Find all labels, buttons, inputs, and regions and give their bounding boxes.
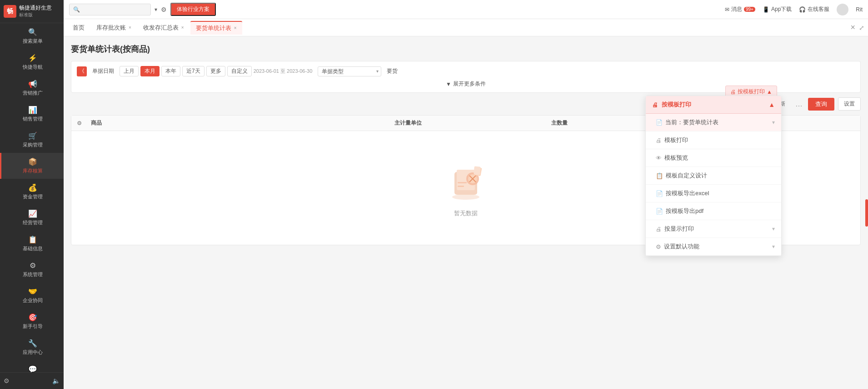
date-btn-7days[interactable]: 近7天 — [182, 66, 205, 76]
default-setting-icon: ⚙ — [656, 243, 661, 250]
sidebar-item-1[interactable]: ⚡快捷导航 — [0, 49, 64, 75]
print-item-display-print[interactable]: 🖨 按显示打印 ▾ — [646, 220, 781, 238]
sidebar-item-12[interactable]: 🔧应用中心 — [0, 334, 64, 360]
current-label: 当前：要货单统计表 — [665, 118, 718, 126]
print-title-text: 按模板打印 — [662, 101, 691, 109]
search-icon: 🔍 — [73, 6, 80, 13]
app-download-label: App下载 — [771, 5, 792, 13]
svg-rect-8 — [458, 186, 464, 187]
tab-inventory-batch-close[interactable]: × — [129, 25, 131, 30]
sidebar-label-2: 营销推广 — [23, 90, 43, 96]
tab-order-stats[interactable]: 要货单统计表 × — [190, 21, 242, 35]
headset-icon: 🎧 — [799, 6, 806, 13]
sidebar-icon-3: 📊 — [28, 106, 37, 114]
page-title: 要货单统计表(按商品) — [71, 44, 861, 55]
sidebar-item-13[interactable]: 💬企业微信 — [0, 360, 64, 372]
user-avatar[interactable] — [837, 4, 848, 15]
sidebar-label-3: 销售管理 — [23, 116, 43, 122]
empty-illustration — [443, 158, 489, 204]
template-preview-icon: 👁 — [656, 155, 662, 162]
sidebar-item-9[interactable]: ⚙系统管理 — [0, 257, 64, 283]
print-dropdown-close-btn[interactable]: ▲ — [768, 101, 775, 108]
sidebar-label-1: 快捷导航 — [23, 64, 43, 71]
tab-home-label: 首页 — [73, 24, 85, 32]
date-btn-this-month[interactable]: 本月 — [140, 66, 160, 76]
sidebar-item-7[interactable]: 📈经营管理 — [0, 205, 64, 231]
date-btn-custom[interactable]: 自定义 — [227, 66, 252, 76]
tab-home[interactable]: 首页 — [67, 21, 90, 35]
online-support-btn[interactable]: 🎧 在线客服 — [799, 5, 829, 13]
tab-bar: 首页 库存批次账 × 收发存汇总表 × 要货单统计表 × × ⤢ — [64, 19, 868, 36]
tab-receipt-summary[interactable]: 收发存汇总表 × — [138, 21, 190, 35]
tab-receipt-summary-close[interactable]: × — [181, 25, 184, 30]
print-dropdown: 🖨 按模板打印 ▲ 📄 当前：要货单统计表 ▾ 🖨 模板打印 — [645, 96, 782, 256]
sidebar-item-10[interactable]: 🤝企业协同 — [0, 283, 64, 308]
topbar-search[interactable]: 🔍 — [69, 4, 151, 15]
template-print-label: 模板打印 — [664, 136, 688, 144]
tab-order-stats-close[interactable]: × — [234, 25, 237, 30]
sidebar-item-6[interactable]: 💰资金管理 — [0, 179, 64, 205]
sidebar-item-2[interactable]: 📢营销推广 — [0, 75, 64, 101]
order-type-select[interactable]: 单据类型 — [318, 66, 381, 76]
print-item-default-setting[interactable]: ⚙ 设置默认功能 ▾ — [646, 238, 781, 256]
more-btn[interactable]: … — [793, 98, 804, 110]
print-item-template-print[interactable]: 🖨 模板打印 — [646, 131, 781, 149]
sidebar-label-12: 应用中心 — [23, 349, 43, 356]
print-item-export-excel[interactable]: 📄 按模板导出excel — [646, 185, 781, 202]
sidebar-item-5[interactable]: 📦库存核算 — [0, 153, 64, 179]
sidebar-icon-9: ⚙ — [30, 261, 36, 270]
sidebar-item-8[interactable]: 📋基础信息 — [0, 231, 64, 257]
date-label: 单据日期 — [92, 67, 114, 75]
tab-expand-icon[interactable]: ⤢ — [859, 24, 864, 31]
messages-btn[interactable]: ✉ 消息 99+ — [725, 5, 755, 13]
speaker-icon[interactable]: 🔈 — [52, 377, 60, 384]
date-btn-last-month[interactable]: 上月 — [120, 66, 139, 76]
sidebar-icon-11: 🎯 — [28, 313, 37, 322]
current-arrow: ▾ — [772, 119, 775, 126]
query-btn[interactable]: 查询 — [808, 98, 834, 111]
app-name: 畅捷通好生意 — [19, 5, 52, 12]
sidebar-item-3[interactable]: 📊销售管理 — [0, 101, 64, 127]
table-gear-icon[interactable]: ⚙ — [77, 120, 82, 126]
display-print-arrow: ▾ — [772, 226, 775, 232]
sidebar-icon-8: 📋 — [28, 235, 37, 244]
sidebar-logo: 畅 畅捷通好生意 标准版 — [0, 0, 64, 23]
date-btn-more[interactable]: 更多 — [206, 66, 225, 76]
app-download-btn[interactable]: 📱 App下载 — [763, 5, 792, 13]
sidebar-icon-12: 🔧 — [28, 339, 37, 348]
settings-btn[interactable]: 设置 — [838, 97, 861, 111]
filter-toggle-btn[interactable]: 《 — [77, 66, 87, 76]
print-item-export-pdf[interactable]: 📄 按模板导出pdf — [646, 202, 781, 220]
sidebar-icon-6: 💰 — [28, 183, 37, 192]
print-active-arrow: ▲ — [767, 89, 772, 95]
date-range: 2023-06-01 至 2023-06-30 — [254, 68, 313, 75]
tab-inventory-batch-label: 库存批次账 — [96, 24, 126, 32]
expand-more-btn[interactable]: ▼ 展开更多条件 — [446, 80, 486, 88]
tab-receipt-summary-label: 收发存汇总表 — [143, 24, 179, 32]
app-name-block: 畅捷通好生意 标准版 — [19, 5, 52, 18]
print-dropdown-title: 🖨 按模板打印 — [652, 101, 691, 109]
settings-icon[interactable]: ⚙ — [4, 377, 10, 384]
sidebar-item-4[interactable]: 🛒采购管理 — [0, 127, 64, 153]
scroll-indicator[interactable] — [865, 199, 868, 227]
trial-btn[interactable]: 体验行业方案 — [170, 3, 216, 16]
app-version: 标准版 — [19, 12, 52, 18]
message-icon: ✉ — [725, 6, 729, 13]
date-btn-this-year[interactable]: 本年 — [161, 66, 180, 76]
topbar-gear-icon[interactable]: ⚙ — [161, 6, 167, 13]
print-dropdown-current[interactable]: 📄 当前：要货单统计表 ▾ — [646, 114, 781, 131]
topbar-dropdown-arrow[interactable]: ▾ — [155, 6, 157, 13]
print-item-template-preview[interactable]: 👁 模板预览 — [646, 149, 781, 167]
expand-more-label: 展开更多条件 — [453, 80, 486, 88]
print-item-template-design[interactable]: 📋 模板自定义设计 — [646, 167, 781, 185]
sidebar-icon-13: 💬 — [28, 365, 37, 372]
sidebar-item-11[interactable]: 🎯新手引导 — [0, 308, 64, 334]
tab-close-all-icon[interactable]: × — [850, 23, 855, 32]
topbar: 🔍 ▾ ⚙ 体验行业方案 ✉ 消息 99+ 📱 App下载 🎧 在线客服 Rit — [64, 0, 868, 19]
sidebar-item-0[interactable]: 🔍搜索菜单 — [0, 23, 64, 49]
tab-inventory-batch[interactable]: 库存批次账 × — [91, 21, 137, 35]
sidebar-label-4: 采购管理 — [23, 141, 43, 148]
print-dropdown-header: 🖨 按模板打印 ▲ — [646, 96, 781, 114]
print-title-icon: 🖨 — [652, 101, 658, 108]
sidebar-label-6: 资金管理 — [23, 193, 43, 200]
